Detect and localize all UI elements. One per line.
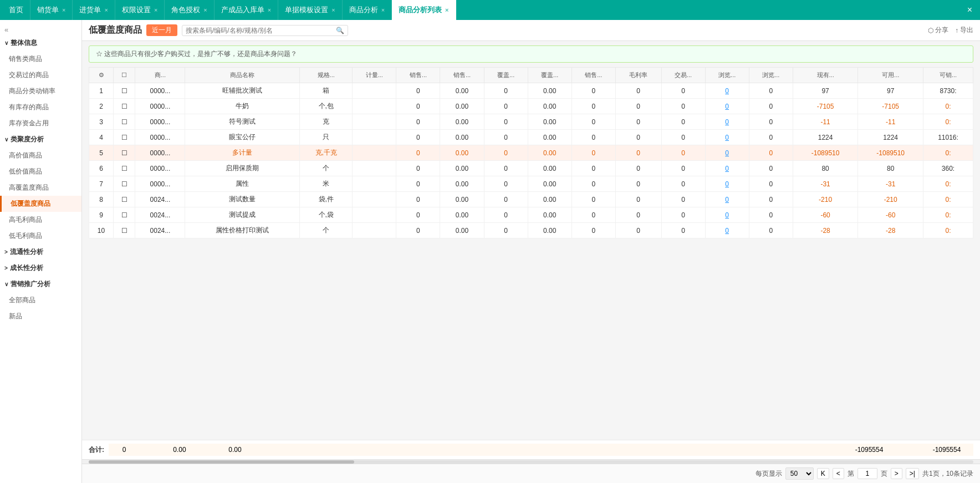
- per-page-select[interactable]: 50 20 100: [785, 467, 814, 480]
- prev-page-button[interactable]: <: [833, 468, 844, 479]
- col-settings[interactable]: ⚙: [89, 68, 114, 83]
- next-page-button[interactable]: >: [891, 468, 902, 479]
- row-browse1: 0: [705, 223, 749, 238]
- row-coverage1: 0: [484, 207, 528, 223]
- total-label: 合计:: [89, 445, 104, 455]
- close-icon[interactable]: ×: [331, 7, 335, 13]
- col-sales3[interactable]: 销售...: [571, 68, 615, 83]
- row-coverage2: 0.00: [528, 207, 571, 223]
- tab-home[interactable]: 首页: [2, 0, 30, 20]
- first-page-button[interactable]: K: [817, 468, 829, 479]
- row-checkbox[interactable]: ☐: [114, 114, 135, 130]
- sidebar-item-all-products[interactable]: 全部商品: [0, 292, 81, 308]
- search-input[interactable]: [186, 27, 336, 34]
- last-page-button[interactable]: >|: [906, 468, 919, 479]
- row-coverage2: 0.00: [528, 223, 571, 238]
- share-button[interactable]: ⬡ 分享: [928, 26, 948, 35]
- tab-purchase-order[interactable]: 进货单 ×: [73, 0, 115, 20]
- tab-template-settings[interactable]: 单据模板设置 ×: [278, 0, 342, 20]
- close-icon[interactable]: ×: [381, 7, 385, 13]
- sidebar-item-category-rate[interactable]: 商品分类动销率: [0, 83, 81, 99]
- col-browse2[interactable]: 浏览...: [749, 68, 793, 83]
- row-checkbox[interactable]: ☐: [114, 83, 135, 99]
- row-checkbox[interactable]: ☐: [114, 161, 135, 176]
- row-trade: 0: [661, 176, 705, 192]
- tab-sales-order[interactable]: 销货单 ×: [30, 0, 73, 20]
- close-icon[interactable]: ×: [445, 7, 448, 13]
- row-trade: 0: [661, 130, 705, 145]
- col-name[interactable]: 商品名称: [185, 68, 300, 83]
- sidebar-section-growth[interactable]: > 成长性分析: [0, 260, 81, 276]
- sidebar-item-high-margin[interactable]: 高毛利商品: [0, 212, 81, 228]
- search-icon[interactable]: 🔍: [336, 27, 344, 34]
- row-checkbox[interactable]: ☐: [114, 192, 135, 207]
- row-sales2: 0.00: [440, 192, 484, 207]
- row-sellable: 0:: [923, 207, 973, 223]
- close-icon[interactable]: ×: [104, 7, 108, 13]
- tab-product-analysis-list[interactable]: 商品分析列表 ×: [392, 0, 456, 20]
- row-sales1: 0: [396, 99, 440, 114]
- sidebar-section-overall[interactable]: ∨ 整体信息: [0, 35, 81, 51]
- sidebar-item-traded-products[interactable]: 交易过的商品: [0, 67, 81, 83]
- table-footer: 合计: 0 0.00 0.00 -1095554 -1095554: [82, 440, 980, 459]
- sidebar-item-sales-products[interactable]: 销售类商品: [0, 51, 81, 67]
- scrollbar-thumb[interactable]: [89, 460, 354, 464]
- sidebar-item-stock-capital[interactable]: 库存资金占用: [0, 115, 81, 131]
- sidebar-collapse-btn[interactable]: «: [4, 26, 8, 34]
- close-icon[interactable]: ×: [268, 7, 271, 13]
- row-spec-unit: 个: [300, 223, 353, 238]
- horizontal-scrollbar[interactable]: [82, 459, 980, 464]
- time-filter-button[interactable]: 近一月: [146, 24, 177, 36]
- row-gross: 0: [615, 207, 661, 223]
- export-button[interactable]: ↑ 导出: [955, 26, 973, 35]
- col-browse1[interactable]: 浏览...: [705, 68, 749, 83]
- sidebar-item-high-coverage[interactable]: 高覆盖度商品: [0, 180, 81, 196]
- row-checkbox[interactable]: ☐: [114, 223, 135, 238]
- col-spec[interactable]: 规格...: [300, 68, 353, 83]
- col-code[interactable]: 商...: [135, 68, 185, 83]
- tab-product-analysis[interactable]: 商品分析 ×: [343, 0, 392, 20]
- col-coverage2[interactable]: 覆盖...: [528, 68, 571, 83]
- col-sellable[interactable]: 可销...: [923, 68, 973, 83]
- col-gross[interactable]: 毛利率: [615, 68, 661, 83]
- row-browse1: 0: [705, 145, 749, 161]
- row-sales2: 0.00: [440, 145, 484, 161]
- sidebar-item-low-margin[interactable]: 低毛利商品: [0, 228, 81, 244]
- sidebar-section-marketing[interactable]: ∨ 营销推广分析: [0, 276, 81, 292]
- close-icon[interactable]: ×: [62, 7, 65, 13]
- app-close-button[interactable]: ×: [962, 5, 978, 15]
- col-checkbox[interactable]: ☐: [114, 68, 135, 83]
- page-number-input[interactable]: [858, 468, 877, 479]
- sidebar-item-low-value[interactable]: 低价值商品: [0, 164, 81, 180]
- row-checkbox[interactable]: ☐: [114, 207, 135, 223]
- row-coverage2: 0.00: [528, 99, 571, 114]
- row-checkbox[interactable]: ☐: [114, 99, 135, 114]
- close-icon[interactable]: ×: [203, 7, 207, 13]
- row-sales2: 0.00: [440, 161, 484, 176]
- row-name: 测试数量: [185, 192, 300, 207]
- col-coverage1[interactable]: 覆盖...: [484, 68, 528, 83]
- col-trade[interactable]: 交易...: [661, 68, 705, 83]
- row-checkbox[interactable]: ☐: [114, 145, 135, 161]
- sidebar-item-new-products[interactable]: 新品: [0, 308, 81, 324]
- row-checkbox[interactable]: ☐: [114, 130, 135, 145]
- sidebar-section-cluster[interactable]: ∨ 类聚度分析: [0, 131, 81, 148]
- sidebar-item-high-value[interactable]: 高价值商品: [0, 148, 81, 164]
- sidebar-section-liquidity[interactable]: > 流通性分析: [0, 244, 81, 260]
- row-spec-unit: 个: [300, 161, 353, 176]
- row-sellable: 0:: [923, 192, 973, 207]
- sidebar-item-low-coverage[interactable]: 低覆盖度商品: [0, 196, 81, 212]
- sidebar-item-in-stock[interactable]: 有库存的商品: [0, 99, 81, 115]
- tab-finished-goods[interactable]: 产成品入库单 ×: [215, 0, 278, 20]
- tab-permission-settings[interactable]: 权限设置 ×: [115, 0, 165, 20]
- col-sales2[interactable]: 销售...: [440, 68, 484, 83]
- tab-role-auth[interactable]: 角色授权 ×: [165, 0, 214, 20]
- close-icon[interactable]: ×: [154, 7, 157, 13]
- col-unit[interactable]: 计量...: [353, 68, 396, 83]
- row-checkbox[interactable]: ☐: [114, 176, 135, 192]
- col-sales1[interactable]: 销售...: [396, 68, 440, 83]
- col-current[interactable]: 现有...: [793, 68, 858, 83]
- table-row: 8☐0024...测试数量袋,件00.0000.0000000-210-2100…: [89, 192, 973, 207]
- chevron-right-icon: >: [4, 265, 8, 271]
- col-available[interactable]: 可用...: [858, 68, 923, 83]
